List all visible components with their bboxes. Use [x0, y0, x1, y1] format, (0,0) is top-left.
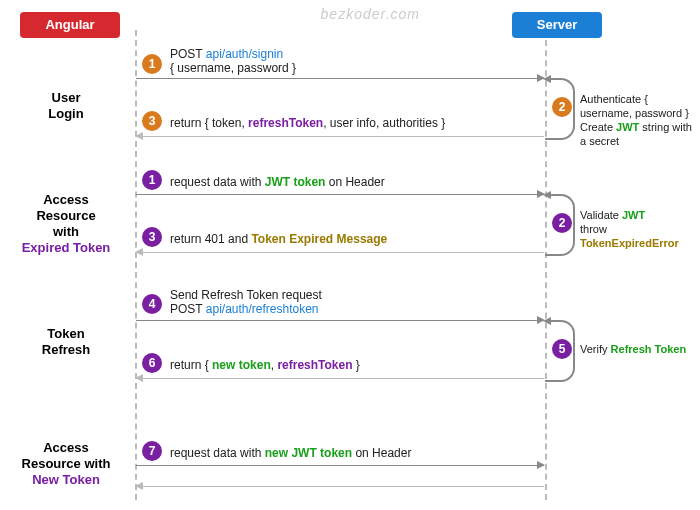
- msg-signin: POST api/auth/signin { username, passwor…: [170, 47, 530, 75]
- arrow-401: [136, 252, 544, 254]
- text: User: [6, 90, 126, 106]
- text: POST: [170, 302, 206, 316]
- msg-signin-return: return { token, refreshToken, user info,…: [170, 116, 530, 130]
- text: Send Refresh Token request: [170, 288, 322, 302]
- text: New Token: [6, 472, 126, 488]
- text: Validate: [580, 209, 622, 221]
- watermark: bezkoder.com: [321, 6, 420, 22]
- msg-refresh-return: return { new token, refreshToken }: [170, 358, 530, 372]
- text: Token: [6, 326, 126, 342]
- text: , user info, authorities }: [323, 116, 445, 130]
- text: api/auth/refreshtoken: [206, 302, 319, 316]
- text: }: [353, 358, 360, 372]
- step-bubble-r4: 4: [142, 294, 162, 314]
- text: Verify: [580, 343, 611, 355]
- step-bubble-r5: 5: [552, 339, 572, 359]
- text: Access: [6, 192, 126, 208]
- text: JWT: [622, 209, 645, 221]
- arrow-response-new: [136, 486, 544, 488]
- step-bubble-e3: 3: [142, 227, 162, 247]
- text: new token: [212, 358, 271, 372]
- arrow-request-new: [136, 465, 544, 467]
- text: return { token,: [170, 116, 248, 130]
- text: Refresh Token: [611, 343, 687, 355]
- text: Token Expired Message: [251, 232, 387, 246]
- step-bubble-2: 2: [552, 97, 572, 117]
- msg-refresh-request: Send Refresh Token request POST api/auth…: [170, 288, 530, 316]
- note-verify: Verify Refresh Token: [580, 342, 695, 356]
- text: Access: [6, 440, 126, 456]
- text: new JWT token: [265, 446, 352, 460]
- text: on Header: [325, 175, 384, 189]
- text: throw: [580, 223, 607, 235]
- note-auth: Authenticate { username, password } Crea…: [580, 92, 695, 148]
- msg-401: return 401 and Token Expired Message: [170, 232, 530, 246]
- text: Resource: [6, 208, 126, 224]
- text: JWT token: [265, 175, 326, 189]
- section-label-expired: Access Resource with Expired Token: [6, 192, 126, 256]
- text: request data with: [170, 446, 265, 460]
- text: Login: [6, 106, 126, 122]
- text: return 401 and: [170, 232, 251, 246]
- sequence-diagram: bezkoder.com Angular Server User Login A…: [0, 0, 700, 510]
- text: refreshToken: [248, 116, 323, 130]
- text: request data with: [170, 175, 265, 189]
- text: refreshToken: [277, 358, 352, 372]
- lifeline-angular: [135, 30, 137, 500]
- text: Resource with: [6, 456, 126, 472]
- arrow-signin: [136, 78, 544, 80]
- section-label-newtoken: Access Resource with New Token: [6, 440, 126, 488]
- text: api/auth/signin: [206, 47, 283, 61]
- arrow-request-expired: [136, 194, 544, 196]
- text: with: [6, 224, 126, 240]
- actor-angular: Angular: [20, 12, 120, 38]
- step-bubble-1: 1: [142, 54, 162, 74]
- msg-request-new: request data with new JWT token on Heade…: [170, 446, 530, 460]
- step-bubble-e2: 2: [552, 213, 572, 233]
- text: Refresh: [6, 342, 126, 358]
- text: TokenExpiredError: [580, 237, 679, 249]
- text: Authenticate { username, password }: [580, 93, 689, 119]
- arrow-signin-return: [136, 136, 544, 138]
- text: Expired Token: [6, 240, 126, 256]
- step-bubble-3: 3: [142, 111, 162, 131]
- section-label-login: User Login: [6, 90, 126, 122]
- actor-server: Server: [512, 12, 602, 38]
- arrow-refresh-request: [136, 320, 544, 322]
- step-bubble-e1: 1: [142, 170, 162, 190]
- section-label-refresh: Token Refresh: [6, 326, 126, 358]
- text: return {: [170, 358, 212, 372]
- step-bubble-r6: 6: [142, 353, 162, 373]
- text: { username, password }: [170, 61, 296, 75]
- msg-request-expired: request data with JWT token on Header: [170, 175, 530, 189]
- text: on Header: [352, 446, 411, 460]
- text: JWT: [616, 121, 639, 133]
- note-validate: Validate JWT throw TokenExpiredError: [580, 208, 695, 250]
- step-bubble-n7: 7: [142, 441, 162, 461]
- text: POST: [170, 47, 206, 61]
- arrow-refresh-return: [136, 378, 544, 380]
- text: Create: [580, 121, 616, 133]
